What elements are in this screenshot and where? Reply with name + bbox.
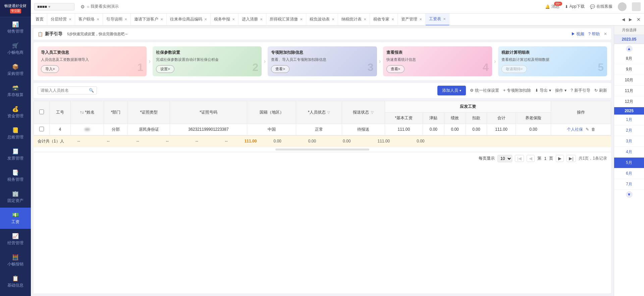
month-item-10[interactable]: 10月 [614,75,644,86]
close-icon[interactable]: ✕ [391,17,394,21]
close-icon[interactable]: ✕ [124,17,127,21]
month-item-4[interactable]: 4月 [614,147,644,158]
export-button[interactable]: ⬇ 导出 ▾ [535,88,551,93]
tab-home[interactable]: 首页 [32,13,47,26]
invoice-icon: 🧾 [12,148,19,155]
month-item-1[interactable]: 1月 [614,115,644,125]
horizontal-scrollbar[interactable] [275,149,369,151]
tab-assets-mgmt[interactable]: 资产管理 ✕ [398,13,426,26]
sidebar-item-report[interactable]: 🧮 小畅报销 [0,250,31,271]
step-3-desc: 查看、导入员工专项附加扣除信息 [271,57,373,62]
tab-taxbenefit[interactable]: 税负波动表 ✕ [306,13,338,26]
close-icon[interactable]: ✕ [300,17,303,21]
sidebar-item-salary[interactable]: 💵 工资 [0,208,31,229]
close-icon[interactable]: ✕ [232,17,235,21]
sidebar-item-sales[interactable]: 📊 销售管理 [0,17,31,38]
personal-social-link[interactable]: 个人社保 [567,127,583,132]
guide-video-link[interactable]: ▶ 视频 [571,31,584,37]
tab-clearbook[interactable]: 进入清册 ✕ [238,13,266,26]
app-download-button[interactable]: ⬇ App下载 [565,4,585,9]
step-4: 查看报表 快速查看统计信息 查看> 4 [383,46,492,76]
operate-button[interactable]: 操作 ▾ [555,88,567,93]
last-page-button[interactable]: ▶| [567,155,576,162]
refresh-button[interactable]: ↻ 刷新 [594,88,607,93]
step-2-button[interactable]: 设置> [156,65,174,73]
newguide-button[interactable]: ? 新手引导 [571,88,590,93]
sidebar-item-basic[interactable]: 📋 基础信息 [0,271,31,292]
sidebar-item-invoice[interactable]: 🧾 发票管理 [0,144,31,165]
sidebar-item-purchase[interactable]: 📦 采购管理 [0,59,31,81]
step-1-button[interactable]: 导入> [41,65,59,73]
edit-icon[interactable]: ✎ [586,127,589,132]
tab-invite[interactable]: 邀请下游客户 ✕ [131,13,167,26]
tab-partition[interactable]: 分层经营 ✕ [47,13,75,26]
month-item-8[interactable]: 8月 [614,53,644,64]
month-item-6[interactable]: 6月 [614,168,644,179]
prev-page-button[interactable]: ◀ [527,155,535,162]
nav-left-arrow[interactable]: ◀ [621,16,626,23]
sidebar-item-assets[interactable]: 🏢 固定资产 [0,186,31,208]
sidebar-item-ecom[interactable]: 🛒 小畅电商 [0,38,31,59]
close-icon[interactable]: ✕ [160,17,163,21]
tab-products[interactable]: 往来单位商品编码 ✕ [167,13,211,26]
cell-perf: 0.00 [444,124,466,135]
step-3-button[interactable]: 查看> [271,65,289,73]
guide-help-link[interactable]: ? 帮助 [588,31,600,37]
row-checkbox[interactable] [39,127,44,131]
nav-arrows: ◀ ▶ ✕ [621,16,643,23]
tab-customer[interactable]: 客户联络 ✕ [75,13,103,26]
sidebar-item-tax[interactable]: 📑 税务管理 [0,165,31,186]
sidebar-item-label: 采购管理 [7,71,23,77]
month-item-11[interactable]: 11月 [614,86,644,96]
month-down-button[interactable]: ▼ [626,191,633,198]
close-icon[interactable]: ✕ [443,17,446,21]
close-all-tabs[interactable]: ✕ [635,16,643,23]
delete-icon[interactable]: 🗑 [591,127,595,132]
step-4-button[interactable]: 查看> [386,65,405,73]
settings-icon[interactable]: ⚙ [80,4,85,9]
add-person-button[interactable]: 添加人员 ▾ [437,86,466,95]
sidebar-item-system[interactable]: ⚙️ 系统管理 [0,292,31,296]
search-input[interactable] [41,88,88,93]
select-all-checkbox[interactable] [39,110,44,114]
sidebar-item-capital[interactable]: 💰 资金管理 [0,102,31,123]
month-item-7[interactable]: 7月 [614,179,644,190]
first-page-button[interactable]: |◀ [515,155,524,162]
search-icon[interactable]: 🔍 [89,88,94,93]
nav-right-arrow[interactable]: ▶ [628,16,633,23]
special-deduct-button[interactable]: + 专项附加扣除 [503,88,531,93]
next-page-button[interactable]: ▶ [556,155,564,162]
online-service-button[interactable]: 💬 在线客服 [590,4,612,9]
company-selector[interactable]: ■■■■ ▾ [34,3,74,10]
close-icon[interactable]: ✕ [332,17,334,21]
user-menu[interactable] [632,2,641,11]
user-avatar[interactable] [618,2,627,11]
close-icon[interactable]: ✕ [364,17,366,21]
social-settings-button[interactable]: ⚙ 统一社保设置 [470,88,499,93]
month-item-2[interactable]: 2月 [614,125,644,136]
month-item-5[interactable]: 5月 [614,158,644,168]
sidebar-item-ledger[interactable]: 📒 总账管理 [0,123,31,144]
close-icon[interactable]: ✕ [97,17,99,21]
month-item-12[interactable]: 12月 [614,96,644,107]
month-item-9[interactable]: 9月 [614,64,644,75]
tab-taxstats[interactable]: 纳税统计表 ✕ [338,13,370,26]
sidebar-item-ops[interactable]: 📈 经营管理 [0,229,31,250]
month-item-3[interactable]: 3月 [614,136,644,147]
tab-intro[interactable]: 引导说明 ✕ [103,13,131,26]
close-icon[interactable]: ✕ [69,17,71,21]
guide-close-icon[interactable]: ✕ [604,32,607,36]
page-size-select[interactable]: 10 20 50 [497,155,512,162]
close-icon[interactable]: ✕ [260,17,263,21]
tab-taxreport[interactable]: 税务申报 ✕ [211,13,238,26]
demo-button[interactable]: ○ 我要看实例演示 [87,4,119,9]
close-icon[interactable]: ✕ [204,17,207,21]
month-up-button[interactable]: ▲ [626,45,633,52]
close-icon[interactable]: ✕ [419,17,422,21]
notification-button[interactable]: 🔔 消息 99+ [545,4,559,9]
tab-salary[interactable]: 工资表 ✕ [426,13,449,26]
download-icon: ⬇ [565,4,568,9]
tab-taxexpert[interactable]: 税收专家 ✕ [370,13,398,26]
tab-taxcalc[interactable]: 所得税汇算清缴 ✕ [266,13,306,26]
sidebar-item-inventory[interactable]: 🗃️ 库存核算 [0,81,31,102]
